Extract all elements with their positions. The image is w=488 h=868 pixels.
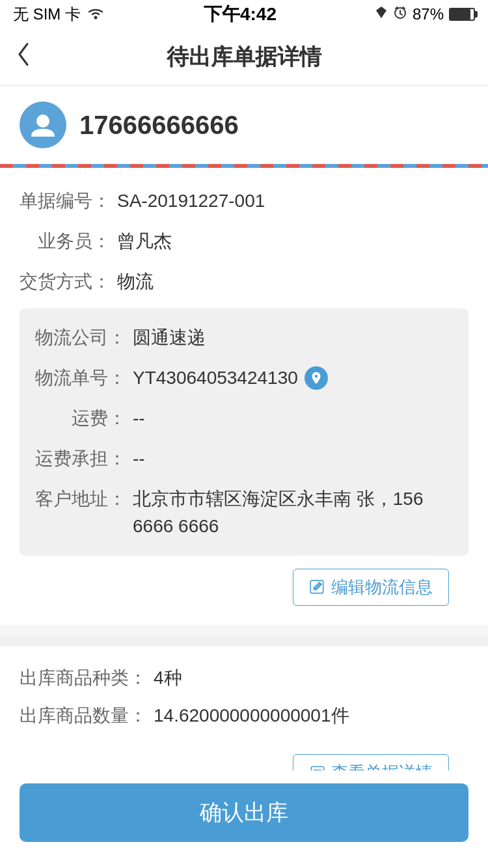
svg-line-3 [400,14,402,15]
battery-icon [449,8,475,21]
status-bar-time: 下午4:42 [204,2,277,27]
delivery-method-value: 物流 [117,268,468,295]
alarm-icon [393,5,407,23]
logistics-freight-bearer-label: 运费承担： [35,445,133,472]
track-location-button[interactable] [305,366,328,390]
logistics-tracking-row: 物流单号： YT43064053424130 [35,364,453,392]
wifi-icon [86,5,105,23]
logistics-card: 物流公司： 圆通速递 物流单号： YT43064053424130 运费： -- [20,308,468,556]
logistics-company-label: 物流公司： [35,324,133,351]
logistics-freight-bearer-value: -- [133,445,453,472]
carrier-text: 无 SIM 卡 [13,4,81,25]
edit-logistics-button[interactable]: 编辑物流信息 [293,569,449,606]
goods-types-row: 出库商品种类： 4种 [20,666,468,690]
logistics-tracking-value-container: YT43064053424130 [133,364,453,392]
logistics-freight-bearer-row: 运费承担： -- [35,445,453,472]
status-bar: 无 SIM 卡 下午4:42 87% [0,0,488,29]
edit-icon [309,579,326,596]
salesman-value: 曾凡杰 [117,228,468,255]
svg-point-4 [36,115,49,128]
delivery-method-label: 交货方式： [20,268,117,295]
goods-types-value: 4种 [154,666,182,690]
order-no-row: 单据编号： SA-20191227-001 [20,187,468,215]
customer-phone: 17666666666 [79,111,239,140]
confirm-outbound-button[interactable]: 确认出库 [20,783,468,842]
salesman-row: 业务员： 曾凡杰 [20,228,468,255]
section-divider-1 [0,636,488,646]
logistics-company-row: 物流公司： 圆通速递 [35,324,453,351]
svg-point-0 [94,16,98,20]
goods-types-label: 出库商品种类： [20,666,154,690]
goods-quantity-row: 出库商品数量： 14.620000000000001件 [20,703,468,728]
logistics-address-row: 客户地址： 北京市市辖区海淀区永丰南 张，156 6666 6666 [35,485,453,540]
salesman-label: 业务员： [20,228,117,255]
delivery-method-row: 交货方式： 物流 [20,268,468,295]
nav-bar: 待出库单据详情 [0,29,488,86]
edit-btn-container: 编辑物流信息 [20,556,468,606]
bottom-btn-area: 确认出库 [0,770,488,868]
order-no-label: 单据编号： [20,187,117,215]
goods-quantity-label: 出库商品数量： [20,703,154,728]
logistics-company-value: 圆通速递 [133,324,453,351]
content-wrapper: 17666666666 单据编号： SA-20191227-001 业务员： 曾… [0,86,488,868]
logistics-freight-row: 运费： -- [35,405,453,432]
customer-header: 17666666666 [0,86,488,164]
order-no-value: SA-20191227-001 [117,187,468,215]
goods-quantity-value: 14.620000000000001件 [154,703,349,728]
edit-logistics-label: 编辑物流信息 [331,576,433,599]
status-bar-left: 无 SIM 卡 [13,4,105,25]
order-info-section: 单据编号： SA-20191227-001 业务员： 曾凡杰 交货方式： 物流 … [0,168,488,625]
logistics-address-value: 北京市市辖区海淀区永丰南 张，156 6666 6666 [133,485,453,540]
back-button[interactable] [16,41,31,73]
logistics-tracking-label: 物流单号： [35,364,133,392]
avatar [20,102,66,148]
battery-text: 87% [413,5,444,23]
page-title: 待出库单据详情 [167,42,321,72]
confirm-btn-label: 确认出库 [200,798,288,828]
status-bar-right: 87% [375,5,475,23]
location-service-icon [375,5,388,23]
logistics-tracking-no: YT43064053424130 [133,364,298,392]
logistics-freight-value: -- [133,405,453,432]
logistics-freight-label: 运费： [35,405,133,432]
logistics-address-label: 客户地址： [35,485,133,513]
